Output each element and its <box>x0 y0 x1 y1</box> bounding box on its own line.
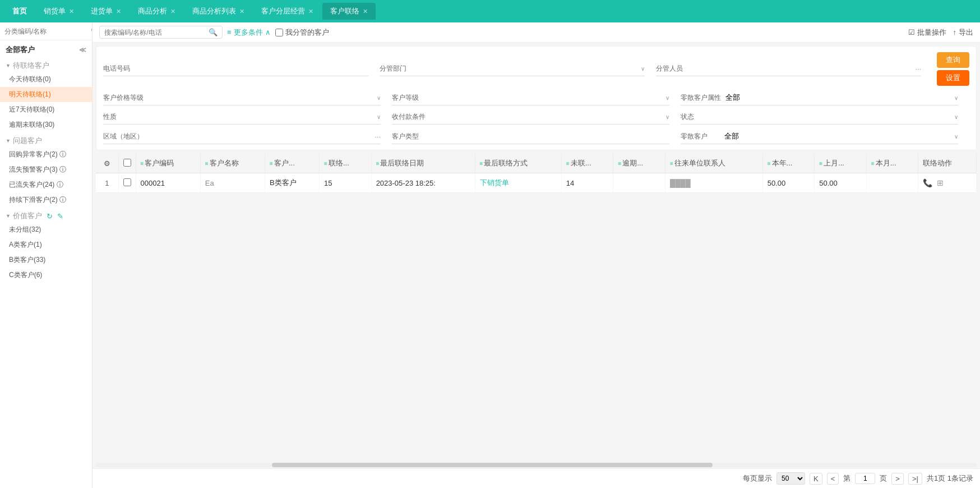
filter-nature-label: 性质 <box>103 112 142 122</box>
last-page-button[interactable]: >| <box>908 473 922 485</box>
filter-region-ellipsis-icon[interactable]: ··· <box>375 132 381 141</box>
sidebar-item-7days[interactable]: 近7天待联络(0) <box>0 102 92 117</box>
select-all-checkbox[interactable] <box>123 159 131 167</box>
page-input[interactable] <box>855 473 875 484</box>
sidebar-item-repurchase-abnormal[interactable]: 回购异常客户(2) ⓘ <box>0 147 92 162</box>
nav-customer-tier-close-icon[interactable]: ✕ <box>308 8 313 15</box>
col-company-contact[interactable]: ≡往来单位联系人 <box>665 154 762 173</box>
nav-customer-tier[interactable]: 客户分层经营 ✕ <box>253 3 321 20</box>
filter-retail-attr-dropdown-icon[interactable]: ∨ <box>954 95 958 101</box>
col-type[interactable]: ≡客户... <box>265 154 320 173</box>
filter-dept-dropdown-icon[interactable]: ∨ <box>641 66 645 72</box>
search-icon[interactable]: 🔍 <box>209 28 218 36</box>
first-page-button[interactable]: K <box>810 473 822 485</box>
cell-contacts: 15 <box>320 173 372 193</box>
nav-purchase-close-icon[interactable]: ✕ <box>116 8 121 15</box>
sidebar-item-class-c[interactable]: C类客户(6) <box>0 268 92 283</box>
page-label-2: 页 <box>880 473 887 484</box>
sidebar-item-class-b[interactable]: B类客户(33) <box>0 252 92 268</box>
nav-customer-contact-close-icon[interactable]: ✕ <box>363 8 368 15</box>
filter-payment-dropdown-icon[interactable]: ∨ <box>665 114 669 120</box>
sidebar-item-class-a[interactable]: A类客户(1) <box>0 237 92 252</box>
sidebar-search-input[interactable] <box>4 27 89 35</box>
last-method-link[interactable]: 下销货单 <box>480 178 509 187</box>
export-button[interactable]: ↑ 导出 <box>953 27 974 38</box>
col-contacts[interactable]: ≡联络... <box>320 154 372 173</box>
nav-sales-close-icon[interactable]: ✕ <box>69 8 74 15</box>
nav-sales-label: 销货单 <box>44 6 66 16</box>
my-customers-checkbox[interactable] <box>275 29 283 36</box>
sidebar-item-tomorrow[interactable]: 明天待联络(1) <box>0 87 92 102</box>
col-last-method[interactable]: ≡最后联络方式 <box>475 154 561 173</box>
col-code[interactable]: ≡客户编码 <box>136 154 200 173</box>
sidebar-item-today[interactable]: 今天待联络(0) <box>0 72 92 87</box>
sidebar-item-churned[interactable]: 已流失客户(24) ⓘ <box>0 177 92 192</box>
cell-last-method[interactable]: 下销货单 <box>475 173 561 193</box>
cell-checkbox[interactable] <box>118 173 136 193</box>
batch-operation-button[interactable]: ☑ 批量操作 <box>908 27 946 38</box>
table-row: 1 000021 Ea B类客户 15 2023-05-23 18:25: 下销… <box>96 173 977 193</box>
sidebar-value-refresh-icon[interactable]: ↻ <box>47 212 53 220</box>
filter-payment: 收付款条件 ∨ <box>392 110 669 125</box>
nav-home[interactable]: 首页 <box>4 3 35 20</box>
nav-purchase[interactable]: 进货单 ✕ <box>83 3 129 20</box>
sidebar-item-ungrouped[interactable]: 未分组(32) <box>0 222 92 237</box>
sidebar-item-churn-warning[interactable]: 流失预警客户(3) ⓘ <box>0 162 92 177</box>
prev-page-button[interactable]: < <box>827 473 839 485</box>
action-qr-icon[interactable]: ⊞ <box>937 178 944 187</box>
filter-retail-customer-value[interactable]: 全部 <box>724 131 954 141</box>
row-actions: 📞 ⊞ <box>923 178 972 187</box>
filter-person-ellipsis-icon[interactable]: ··· <box>915 65 921 73</box>
nav-customer-contact[interactable]: 客户联络 ✕ <box>322 3 376 20</box>
col-not-contacted[interactable]: ≡未联... <box>561 154 613 173</box>
filter-status-dropdown-icon[interactable]: ∨ <box>954 114 958 120</box>
action-buttons: 查询 设置 <box>937 52 969 86</box>
batch-label: 批量操作 <box>917 27 946 38</box>
settings-button[interactable]: 设置 <box>937 70 969 86</box>
col-this-year[interactable]: ≡本年... <box>762 154 815 173</box>
nav-analysis[interactable]: 商品分析 ✕ <box>130 3 183 20</box>
col-last-month[interactable]: ≡上月... <box>815 154 867 173</box>
sidebar-item-declining[interactable]: 持续下滑客户(2) ⓘ <box>0 192 92 208</box>
filter-retail-attr-label: 零散客户属性 <box>681 93 721 103</box>
filter-customer-level-dropdown-icon[interactable]: ∨ <box>665 95 669 101</box>
total-records: 共1页 1条记录 <box>927 473 973 484</box>
action-phone-icon[interactable]: 📞 <box>923 178 932 187</box>
filter-button[interactable]: ≡ 更多条件 ∧ <box>227 27 271 38</box>
col-overdue[interactable]: ≡逾期... <box>613 154 665 173</box>
sidebar-collapse-icon[interactable]: ≪ <box>79 46 86 54</box>
col-settings[interactable]: ⚙ <box>96 154 118 173</box>
col-checkbox[interactable] <box>118 154 136 173</box>
scrollbar-thumb[interactable] <box>272 463 713 467</box>
table-area: ⚙ ≡客户编码 ≡客户名称 ≡客户... ≡联络... ≡最后联络日期 ≡最后联… <box>96 154 977 462</box>
page-size-select[interactable]: 50 10 20 100 <box>776 472 805 485</box>
sidebar-all-customers[interactable]: 全部客户 ≪ <box>0 40 92 57</box>
horizontal-scrollbar[interactable] <box>96 463 977 467</box>
col-name[interactable]: ≡客户名称 <box>200 154 265 173</box>
search-input[interactable] <box>104 29 206 36</box>
nav-analysis-list-close-icon[interactable]: ✕ <box>239 8 244 15</box>
col-last-date[interactable]: ≡最后联络日期 <box>371 154 475 173</box>
cell-action: 📞 ⊞ <box>918 173 977 193</box>
filter-label: 更多条件 <box>234 27 263 38</box>
sidebar-item-overdue[interactable]: 逾期未联络(30) <box>0 117 92 132</box>
filter-customer-type: 客户类型 <box>392 130 669 144</box>
filter-retail-attr-value[interactable]: 全部 <box>725 93 954 103</box>
next-page-button[interactable]: > <box>891 473 904 485</box>
query-button[interactable]: 查询 <box>937 52 969 68</box>
filter-row-3: 性质 ∨ 收付款条件 ∨ 状态 ∨ <box>103 110 969 125</box>
nav-sales[interactable]: 销货单 ✕ <box>36 3 82 20</box>
sidebar-value-edit-icon[interactable]: ✎ <box>57 212 63 220</box>
filter-panel: 电话号码 分管部门 ∨ 分管人员 ··· 查询 设置 <box>96 46 977 150</box>
nav-analysis-close-icon[interactable]: ✕ <box>170 8 175 15</box>
top-navigation: 首页 销货单 ✕ 进货单 ✕ 商品分析 ✕ 商品分析列表 ✕ 客户分层经营 ✕ … <box>0 0 980 22</box>
filter-retail-customer-dropdown-icon[interactable]: ∨ <box>954 133 958 140</box>
row-checkbox[interactable] <box>123 178 131 186</box>
col-this-month[interactable]: ≡本月... <box>866 154 918 173</box>
my-customers-checkbox-label[interactable]: 我分管的客户 <box>275 27 329 38</box>
filter-price-level-dropdown-icon[interactable]: ∨ <box>377 95 381 101</box>
nav-analysis-list[interactable]: 商品分析列表 ✕ <box>184 3 252 20</box>
cell-this-year: 50.00 <box>762 173 815 193</box>
filter-nature-dropdown-icon[interactable]: ∨ <box>377 114 381 120</box>
nav-home-label: 首页 <box>12 6 27 16</box>
